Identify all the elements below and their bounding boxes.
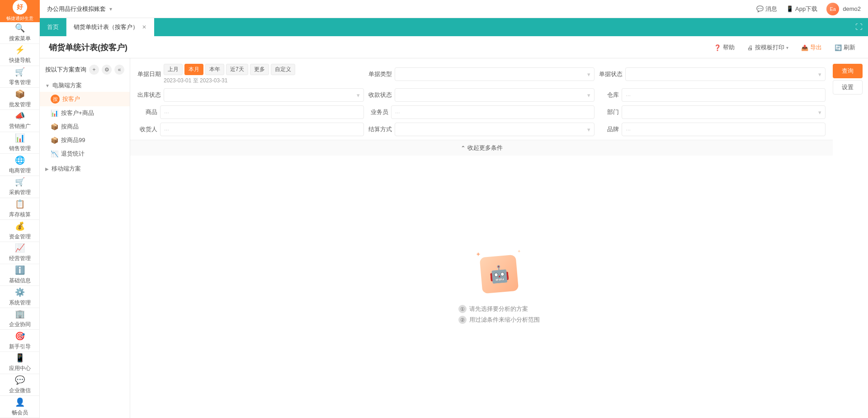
custom-btn[interactable]: 自定义 [271, 64, 295, 75]
filter-goods-cell: 商品 ··· [137, 105, 364, 119]
last-month-btn[interactable]: 上月 [164, 64, 183, 75]
template-print-button[interactable]: 🖨 按模板打印 ▾ [744, 42, 792, 53]
receipt-status-select[interactable]: ▾ [395, 88, 595, 102]
query-button[interactable]: 查询 [833, 64, 863, 78]
salesperson-select[interactable]: ··· [391, 105, 595, 119]
sidebar-item-ecommerce[interactable]: 🌐 电商管理 [0, 154, 40, 176]
sidebar-item-enterprise[interactable]: 🏢 企业协同 [0, 308, 40, 330]
settlement-label: 结算方式 [368, 125, 392, 133]
sidebar-label-wholesale: 批发管理 [9, 101, 31, 109]
basic-info-icon: ℹ️ [15, 265, 25, 275]
dept-select[interactable]: ▾ [622, 105, 826, 119]
topbar-left: 办公用品行业模拟账套 ▾ [47, 5, 112, 13]
export-button[interactable]: 📤 导出 [797, 42, 826, 53]
filter-date-cell: 单据日期 上月 本月 本年 近7天 更多 自定义 [137, 64, 364, 85]
scheme-panel: 按以下方案查询 + ⚙ « ▼ 电脑端方案 按 按客户 [40, 58, 130, 418]
sidebar-item-operations[interactable]: 📈 经营管理 [0, 242, 40, 264]
receipt-dropdown-icon: ▾ [587, 92, 590, 99]
settings-button[interactable]: 设置 [833, 80, 863, 95]
app-download-action[interactable]: 📱 App下载 [786, 5, 817, 13]
sidebar-item-wholesale[interactable]: 📦 批发管理 [0, 88, 40, 110]
filter-main: 单据日期 上月 本月 本年 近7天 更多 自定义 [130, 58, 868, 418]
help-button[interactable]: ❓ 帮助 [710, 42, 738, 53]
active-dot: 按 [51, 95, 60, 104]
tab-close-icon[interactable]: ✕ [142, 24, 146, 30]
marketing-icon: 📣 [15, 111, 25, 121]
scheme-group-mobile-header[interactable]: ▶ 移动端方案 [40, 162, 130, 175]
scheme-header: 按以下方案查询 + ⚙ « [40, 62, 130, 77]
content-body: 按以下方案查询 + ⚙ « ▼ 电脑端方案 按 按客户 [40, 58, 868, 418]
sidebar-item-inventory[interactable]: 📋 库存核算 [0, 198, 40, 220]
scheme-add-button[interactable]: + [89, 65, 99, 75]
last-7days-btn[interactable]: 近7天 [226, 64, 248, 75]
type-select[interactable]: ▾ [395, 67, 595, 81]
status-dropdown-icon: ▾ [818, 71, 821, 78]
tab-sales-stat[interactable]: 销货单统计表（按客户） ✕ [66, 18, 154, 36]
goods-dots: ··· [164, 109, 169, 116]
settlement-select[interactable]: ▾ [395, 123, 595, 136]
sidebar-item-basic-info[interactable]: ℹ️ 基础信息 [0, 264, 40, 286]
sidebar-item-sales[interactable]: 📊 销售管理 [0, 132, 40, 154]
scheme-collapse-button[interactable]: « [114, 65, 124, 75]
sidebar-item-marketing[interactable]: 📣 营销推广 [0, 110, 40, 132]
message-icon: 💬 [756, 5, 764, 12]
scheme-item-by-goods[interactable]: 📦 按商品 [40, 120, 130, 133]
scheme-item-by-goods99[interactable]: 📦 按商品99 [40, 133, 130, 147]
page-title: 销货单统计表(按客户) [49, 42, 127, 53]
mobile-group-arrow-icon: ▶ [45, 166, 49, 171]
sidebar-item-member[interactable]: 👤 畅会员 [0, 396, 40, 418]
message-action[interactable]: 💬 消息 [756, 5, 777, 13]
filter-receipt-cell: 收款状态 ▾ [368, 88, 595, 102]
type-label: 单据类型 [368, 70, 392, 78]
status-select[interactable]: ▾ [625, 67, 826, 81]
sidebar-item-system[interactable]: ⚙️ 系统管理 [0, 286, 40, 308]
app-logo[interactable]: 好 畅捷通好生意 [0, 0, 40, 22]
scheme-item-by-customer[interactable]: 按 按客户 [40, 92, 130, 106]
avatar: Ea [826, 3, 839, 15]
sidebar-label-purchase: 采购管理 [9, 189, 31, 196]
sidebar-item-quick-nav[interactable]: ⚡ 快捷导航 [0, 44, 40, 66]
filter-area: 单据日期 上月 本月 本年 近7天 更多 自定义 [130, 58, 833, 156]
sidebar-item-app-center[interactable]: 📱 应用中心 [0, 352, 40, 374]
sidebar: 好 畅捷通好生意 🔍 搜索菜单 ⚡ 快捷导航 🛒 零售管理 📦 批发管理 📣 营… [0, 0, 40, 418]
scheme-item-by-customer-goods[interactable]: 📊 按客户+商品 [40, 106, 130, 120]
sidebar-item-purchase[interactable]: 🛒 采购管理 [0, 176, 40, 198]
this-month-btn[interactable]: 本月 [184, 64, 203, 75]
app-center-icon: 📱 [15, 353, 25, 363]
tabbar: 首页 销货单统计表（按客户） ✕ ⛶ [40, 18, 868, 36]
scheme-item-return-stat[interactable]: 📉 退货统计 [40, 147, 130, 161]
sidebar-item-finance[interactable]: 💰 资金管理 [0, 220, 40, 242]
tab-maximize-icon[interactable]: ⛶ [850, 23, 868, 31]
sidebar-label-finance: 资金管理 [9, 233, 31, 241]
dept-dropdown-icon: ▾ [818, 109, 821, 116]
sidebar-item-corp-wechat[interactable]: 💬 企业微信 [0, 374, 40, 396]
sidebar-item-new-guide[interactable]: 🎯 新手引导 [0, 330, 40, 352]
refresh-button[interactable]: 🔄 刷新 [831, 42, 859, 53]
quick-nav-icon: ⚡ [15, 45, 25, 55]
export-icon: 📤 [801, 44, 808, 51]
app-download-label: App下载 [795, 5, 817, 13]
collapse-label: 收起更多条件 [467, 144, 503, 152]
scheme-settings-button[interactable]: ⚙ [102, 65, 112, 75]
consignee-select[interactable]: ··· [160, 123, 364, 136]
goods-select[interactable]: ··· [160, 105, 364, 119]
sidebar-item-retail[interactable]: 🛒 零售管理 [0, 66, 40, 88]
stock-status-select[interactable]: ▾ [164, 88, 364, 102]
collapse-more-button[interactable]: ⌃ 收起更多条件 [130, 140, 833, 156]
brand-select[interactable]: ··· [622, 123, 826, 136]
more-btn[interactable]: 更多 [250, 64, 269, 75]
print-arrow-icon: ▾ [786, 45, 788, 50]
user-area[interactable]: Ea demo2 [826, 3, 861, 15]
sidebar-label-marketing: 营销推广 [9, 123, 31, 130]
empty-icon-shape: 🤖 [480, 255, 519, 294]
this-year-btn[interactable]: 本年 [205, 64, 224, 75]
scheme-group-desktop-header[interactable]: ▼ 电脑端方案 [40, 79, 130, 92]
export-label: 导出 [810, 43, 822, 52]
warehouse-select[interactable]: ··· [622, 88, 826, 102]
topbar-dropdown-icon[interactable]: ▾ [109, 6, 112, 12]
avatar-text: Ea [830, 6, 836, 12]
return-stat-label: 退货统计 [61, 150, 85, 158]
by-goods99-label: 按商品99 [61, 136, 85, 144]
sidebar-item-search-menu[interactable]: 🔍 搜索菜单 [0, 22, 40, 44]
tab-home[interactable]: 首页 [40, 18, 66, 36]
